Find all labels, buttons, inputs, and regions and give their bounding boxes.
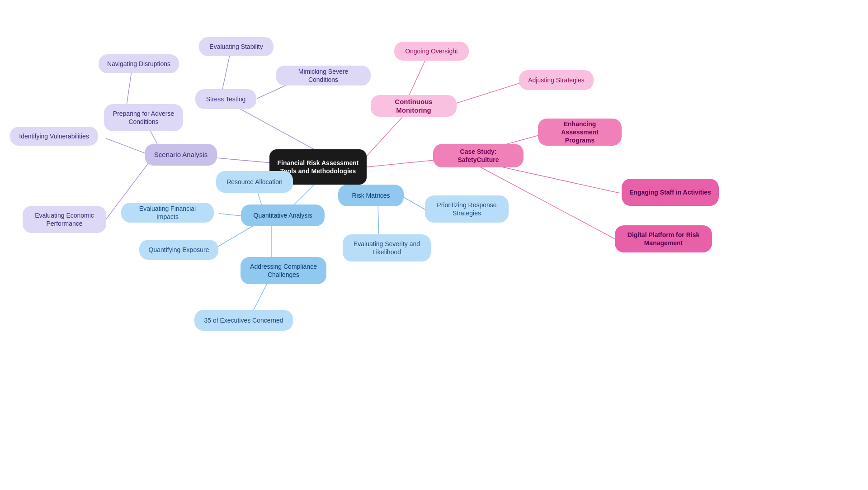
case-study-node[interactable]: Case Study: SafetyCulture bbox=[433, 144, 524, 167]
enhancing-assessment-node[interactable]: Enhancing Assessment Programs bbox=[538, 119, 622, 146]
svg-line-9 bbox=[407, 57, 427, 100]
resource-allocation-node[interactable]: Resource Allocation bbox=[216, 171, 293, 193]
connections-svg bbox=[0, 0, 868, 490]
digital-platform-node[interactable]: Digital Platform for Risk Management bbox=[615, 225, 712, 252]
stress-testing-node[interactable]: Stress Testing bbox=[195, 89, 256, 109]
svg-line-23 bbox=[378, 205, 379, 235]
svg-line-10 bbox=[451, 83, 521, 105]
quantitative-analysis-node[interactable]: Quantitative Analysis bbox=[241, 205, 325, 226]
engaging-staff-node[interactable]: Engaging Staff in Activities bbox=[622, 179, 719, 206]
svg-line-4 bbox=[127, 68, 132, 105]
svg-line-6 bbox=[222, 51, 231, 94]
svg-line-11 bbox=[367, 160, 439, 167]
evaluating-stability-node[interactable]: Evaluating Stability bbox=[199, 37, 274, 56]
quantifying-exposure-node[interactable]: Quantifying Exposure bbox=[139, 240, 218, 260]
svg-line-18 bbox=[212, 226, 253, 250]
svg-line-5 bbox=[229, 103, 316, 151]
evaluating-financial-node[interactable]: Evaluating Financial Impacts bbox=[121, 203, 214, 223]
evaluating-economic-node[interactable]: Evaluating Economic Performance bbox=[23, 206, 106, 233]
risk-matrices-node[interactable]: Risk Matrices bbox=[338, 185, 404, 206]
ongoing-oversight-node[interactable]: Ongoing Oversight bbox=[394, 42, 469, 61]
evaluating-severity-node[interactable]: Evaluating Severity and Likelihood bbox=[343, 234, 431, 262]
scenario-analysis-node[interactable]: Scenario Analysis bbox=[145, 144, 217, 166]
navigating-disruptions-node[interactable]: Navigating Disruptions bbox=[99, 54, 179, 73]
executives-concerned-node[interactable]: 35 of Executives Concerned bbox=[194, 310, 293, 331]
mimicking-severe-node[interactable]: Mimicking Severe Conditions bbox=[276, 66, 371, 86]
svg-line-17 bbox=[219, 214, 241, 216]
svg-line-20 bbox=[253, 284, 267, 311]
mind-map: Financial Risk Assessment Tools and Meth… bbox=[0, 0, 868, 490]
adjusting-strategies-node[interactable]: Adjusting Strategies bbox=[519, 70, 594, 90]
prioritizing-response-node[interactable]: Prioritizing Response Strategies bbox=[425, 195, 509, 223]
svg-line-22 bbox=[401, 195, 426, 210]
continuous-monitoring-node[interactable]: Continuous Monitoring bbox=[371, 95, 457, 117]
svg-line-2 bbox=[106, 138, 149, 155]
preparing-adverse-node[interactable]: Preparing for Adverse Conditions bbox=[104, 104, 183, 131]
addressing-compliance-node[interactable]: Addressing Compliance Challenges bbox=[241, 257, 326, 284]
identifying-vulnerabilities-node[interactable]: Identifying Vulnerabilities bbox=[10, 127, 98, 146]
